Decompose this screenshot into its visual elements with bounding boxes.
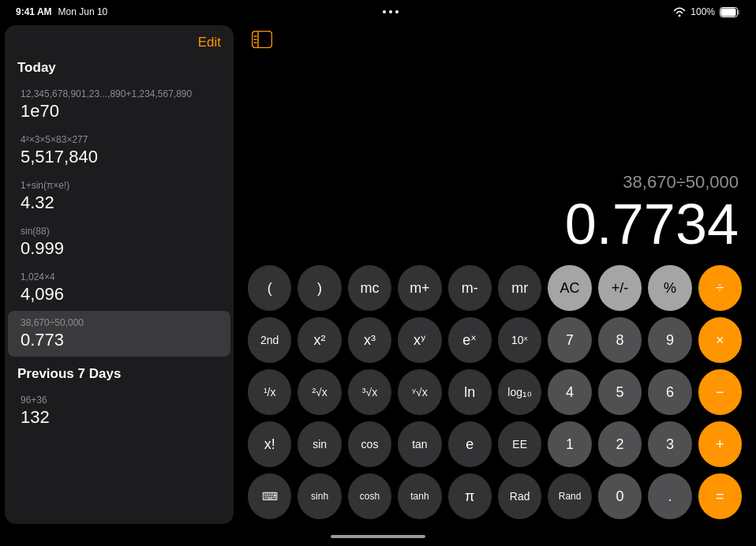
mc-button[interactable]: mc xyxy=(348,265,391,311)
ln-button[interactable]: ln xyxy=(448,369,492,415)
battery-level: 100% xyxy=(691,6,715,17)
ee-button[interactable]: EE xyxy=(498,421,541,467)
today-label: Today xyxy=(5,57,234,82)
home-bar xyxy=(331,535,425,538)
display-expression: 38,670÷50,000 xyxy=(623,172,739,193)
history-expr: 38,670÷50,000 xyxy=(21,317,218,328)
six-button[interactable]: 6 xyxy=(648,369,691,415)
cosh-button[interactable]: cosh xyxy=(348,473,391,519)
history-item[interactable]: 38,670÷50,000 0.773 xyxy=(8,311,230,357)
calculator-display: 38,670÷50,000 0.7734 xyxy=(241,57,748,265)
four-button[interactable]: 4 xyxy=(548,369,591,415)
toolbar xyxy=(241,22,748,57)
five-button[interactable]: 5 xyxy=(598,369,642,415)
rad-button[interactable]: Rad xyxy=(498,473,541,519)
history-item[interactable]: 96+36 132 xyxy=(8,388,230,434)
tanh-button[interactable]: tanh xyxy=(398,473,441,519)
status-date: Mon Jun 10 xyxy=(58,6,108,17)
three-button[interactable]: 3 xyxy=(648,421,691,467)
sinh-button[interactable]: sinh xyxy=(298,473,341,519)
history-item[interactable]: 12,345,678,901,23...,890+1,234,567,890 1… xyxy=(8,82,230,128)
history-expr: 96+36 xyxy=(21,395,218,406)
m-minus-button[interactable]: m- xyxy=(448,265,492,311)
zero-button[interactable]: 0 xyxy=(598,473,642,519)
display-result: 0.7734 xyxy=(565,196,739,252)
pi-button[interactable]: π xyxy=(448,473,492,519)
history-result: 0.773 xyxy=(21,330,218,350)
history-item[interactable]: 1+sin(π×e!) 4.32 xyxy=(8,174,230,219)
x-cubed-button[interactable]: x³ xyxy=(348,317,391,363)
history-result: 4,096 xyxy=(21,284,218,305)
battery-icon xyxy=(720,7,740,17)
history-expr: 1+sin(π×e!) xyxy=(21,180,218,191)
two-button[interactable]: 2 xyxy=(598,421,642,467)
status-bar: 9:41 AM Mon Jun 10 100% xyxy=(0,0,756,22)
m-plus-button[interactable]: m+ xyxy=(398,265,441,311)
subtract-button[interactable]: − xyxy=(698,369,742,415)
equals-button[interactable]: = xyxy=(698,473,742,519)
status-time: 9:41 AM xyxy=(16,6,52,17)
history-result: 4.32 xyxy=(21,193,218,213)
sidebar-content: Today 12,345,678,901,23...,890+1,234,567… xyxy=(5,57,234,524)
home-indicator xyxy=(0,527,756,546)
open-paren-button[interactable]: ( xyxy=(248,265,291,311)
history-result: 5,517,840 xyxy=(21,147,218,167)
sqrty-button[interactable]: ʸ√x xyxy=(398,369,441,415)
history-result: 1e70 xyxy=(21,101,218,122)
tan-button[interactable]: tan xyxy=(398,421,441,467)
history-result: 132 xyxy=(21,407,218,428)
x-squared-button[interactable]: x² xyxy=(298,317,341,363)
history-expr: 12,345,678,901,23...,890+1,234,567,890 xyxy=(21,88,218,99)
status-center-dots xyxy=(383,10,399,13)
one-button[interactable]: 1 xyxy=(548,421,591,467)
reciprocal-button[interactable]: ¹/x xyxy=(248,369,291,415)
sidebar-toggle-button[interactable] xyxy=(249,29,275,50)
plus-minus-button[interactable]: +/- xyxy=(598,265,642,311)
second-button[interactable]: 2nd xyxy=(248,317,291,363)
e-power-x-button[interactable]: eˣ xyxy=(448,317,492,363)
nine-button[interactable]: 9 xyxy=(648,317,691,363)
history-today: 12,345,678,901,23...,890+1,234,567,890 1… xyxy=(5,82,234,357)
sin-button[interactable]: sin xyxy=(298,421,341,467)
factorial-button[interactable]: x! xyxy=(248,421,291,467)
sqrt3-button[interactable]: ³√x xyxy=(348,369,391,415)
mr-button[interactable]: mr xyxy=(498,265,541,311)
percent-button[interactable]: % xyxy=(648,265,691,311)
x-power-y-button[interactable]: xʸ xyxy=(398,317,441,363)
previous-label: Previous 7 Days xyxy=(5,363,234,388)
svg-rect-2 xyxy=(721,8,736,16)
button-grid: ()mcm+m-mrAC+/-%÷2ndx²x³xʸeˣ10ˣ789×¹/x²√… xyxy=(241,265,748,519)
keyboard-button[interactable]: ⌨ xyxy=(248,473,291,519)
sqrt2-button[interactable]: ²√x xyxy=(298,369,341,415)
cos-button[interactable]: cos xyxy=(348,421,391,467)
eight-button[interactable]: 8 xyxy=(598,317,642,363)
history-sidebar: Edit Today 12,345,678,901,23...,890+1,23… xyxy=(5,25,234,524)
multiply-button[interactable]: × xyxy=(698,317,742,363)
ten-power-x-button[interactable]: 10ˣ xyxy=(498,317,541,363)
edit-button[interactable]: Edit xyxy=(198,35,221,50)
svg-rect-1 xyxy=(738,9,740,14)
wifi-icon xyxy=(673,7,686,17)
seven-button[interactable]: 7 xyxy=(548,317,591,363)
close-paren-button[interactable]: ) xyxy=(298,265,341,311)
status-right: 100% xyxy=(673,6,740,17)
log10-button[interactable]: log₁₀ xyxy=(498,369,541,415)
decimal-button[interactable]: . xyxy=(648,473,691,519)
history-result: 0.999 xyxy=(21,238,218,259)
history-item[interactable]: 4²×3×5×83×277 5,517,840 xyxy=(8,128,230,174)
ac-button[interactable]: AC xyxy=(548,265,591,311)
history-previous: 96+36 132 xyxy=(5,388,234,434)
euler-button[interactable]: e xyxy=(448,421,492,467)
calculator-area: 38,670÷50,000 0.7734 ()mcm+m-mrAC+/-%÷2n… xyxy=(234,22,756,527)
history-expr: 1,024×4 xyxy=(21,271,218,282)
sidebar-header: Edit xyxy=(5,25,234,57)
rand-button[interactable]: Rand xyxy=(548,473,591,519)
history-expr: sin(88) xyxy=(21,226,218,237)
history-item[interactable]: sin(88) 0.999 xyxy=(8,219,230,265)
add-button[interactable]: + xyxy=(698,421,742,467)
history-expr: 4²×3×5×83×277 xyxy=(21,134,218,145)
divide-button[interactable]: ÷ xyxy=(698,265,742,311)
history-item[interactable]: 1,024×4 4,096 xyxy=(8,265,230,311)
